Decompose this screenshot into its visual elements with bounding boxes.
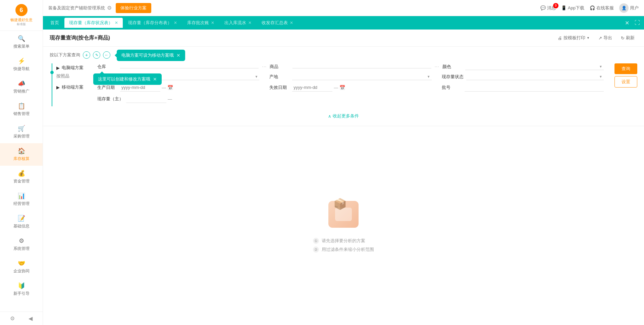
message-badge: 9 xyxy=(553,3,558,8)
flash-icon: ⚡ xyxy=(18,57,25,65)
warehouse-dots[interactable]: ··· xyxy=(262,64,266,70)
tab-inventory-status-label: 现存量（库存状况表） xyxy=(69,20,113,26)
sidebar-item-label: 经营管理 xyxy=(13,201,30,207)
sidebar-item-quick-nav[interactable]: ⚡ 快捷导航 xyxy=(0,53,43,76)
filter-row-4: 现存量（主） — xyxy=(97,95,604,103)
tab-batch-ledger[interactable]: 库存批次账 ✕ xyxy=(182,18,219,28)
warehouse-select[interactable] xyxy=(120,65,259,68)
print-label: 按模板打印 xyxy=(564,35,585,41)
tab-inventory-status-close[interactable]: ✕ xyxy=(115,20,118,25)
tab-inventory-status[interactable]: 现存量（库存状况表） ✕ xyxy=(64,18,123,28)
reset-btn[interactable]: 设置 xyxy=(614,76,637,88)
sidebar-item-system[interactable]: ⚙ 系统管理 xyxy=(0,233,43,256)
sidebar-item-inventory[interactable]: 🏠 库存核算 xyxy=(0,143,43,166)
sidebar-item-purchase[interactable]: 🛒 采购管理 xyxy=(0,121,43,143)
system-name: 装备及固定资产辅助管理系统 xyxy=(48,5,105,11)
print-icon: 🖨 xyxy=(558,36,562,41)
filter-row-3: 生产日期 — 📅 失效日期 — 📅 批号 xyxy=(97,84,604,92)
color-select[interactable]: ▼ xyxy=(465,63,604,70)
tab-batch-ledger-close[interactable]: ✕ xyxy=(211,20,214,25)
collapse-btn[interactable]: ∧ 收起更多条件 xyxy=(50,110,637,121)
production-date-calendar-icon[interactable]: 📅 xyxy=(167,85,173,90)
collapse-sidebar-icon[interactable]: ◀ xyxy=(29,315,33,322)
expand-tabs-icon[interactable]: ⛶ xyxy=(633,18,641,28)
desktop-scheme-arrow: ▶ xyxy=(56,65,60,70)
trial-btn[interactable]: 体验行业方案 xyxy=(116,3,151,13)
filter-header: 按以下方案查询 + ✎ ← 电脑方案可设为移动方案哦 ✕ xyxy=(50,51,637,59)
sidebar-item-marketing[interactable]: 📣 营销推广 xyxy=(0,76,43,98)
settings-footer-icon[interactable]: ⚙ xyxy=(10,315,15,322)
size-dropdown-icon: ▼ xyxy=(255,75,258,78)
mobile-scheme-label: 移动端方案 xyxy=(62,84,84,90)
product-select[interactable] xyxy=(292,65,431,68)
export-label: 导出 xyxy=(603,35,612,41)
topbar-right: 💬 消息 9 📱 App下载 🎧 在线客服 👤 用户 xyxy=(540,3,639,13)
sidebar-item-operations[interactable]: 📊 经营管理 xyxy=(0,188,43,211)
tooltip1-close-btn[interactable]: ✕ xyxy=(176,53,180,58)
topbar-settings-icon[interactable]: ⚙ xyxy=(107,5,112,11)
refresh-label: 刷新 xyxy=(626,35,635,41)
filter-edit-btn[interactable]: ✎ xyxy=(93,51,100,59)
sidebar-item-enterprise[interactable]: 🤝 企业协同 xyxy=(0,256,43,278)
app-download-item[interactable]: 📱 App下载 xyxy=(561,5,584,11)
tabs-actions: ✕ ⛶ xyxy=(624,18,641,28)
tooltip1-text: 电脑方案可设为移动方案哦 xyxy=(121,52,174,58)
logo-icon: 6 xyxy=(15,4,28,16)
online-service-item[interactable]: 🎧 在线客服 xyxy=(590,5,614,11)
marketing-icon: 📣 xyxy=(18,80,25,87)
app-download-label: App下载 xyxy=(568,5,584,11)
app-badge: 标准版 xyxy=(17,22,26,26)
tab-receive-send-label: 收发存汇总表 xyxy=(262,20,288,26)
message-item[interactable]: 💬 消息 9 xyxy=(540,5,556,11)
tab-inout-flow[interactable]: 出入库流水 ✕ xyxy=(220,18,256,28)
tooltip-create-scheme: 这里可以创建和修改方案哦 ✕ xyxy=(93,73,162,85)
sidebar-item-label: 销售管理 xyxy=(13,111,30,117)
print-btn[interactable]: 🖨 按模板打印 ▼ xyxy=(555,34,592,42)
sidebar-item-search[interactable]: 🔍 搜索菜单 xyxy=(0,31,43,53)
user-label: 用户 xyxy=(630,5,639,11)
tab-receive-send-close[interactable]: ✕ xyxy=(290,20,293,25)
tab-home[interactable]: 首页 xyxy=(46,18,64,28)
empty-tips: ① 请先选择要分析的方案 ② 用过滤条件来缩小分析范围 xyxy=(313,236,374,254)
batch-input[interactable] xyxy=(465,84,604,92)
product-dots[interactable]: ··· xyxy=(435,64,439,70)
service-icon: 🎧 xyxy=(590,5,595,10)
query-btn[interactable]: 查询 xyxy=(614,63,637,74)
logo-area: 6 畅捷通好生意 标准版 xyxy=(0,0,43,31)
stock-qty-min[interactable] xyxy=(126,95,166,103)
scheme-group-mobile-header[interactable]: ▶ 移动端方案 xyxy=(50,83,93,92)
tooltip2-close-btn[interactable]: ✕ xyxy=(153,76,157,82)
stock-status-dropdown-icon: ▼ xyxy=(599,75,602,78)
sidebar-item-base-info[interactable]: 📝 基础信息 xyxy=(0,211,43,233)
tab-receive-send[interactable]: 收发存汇总表 ✕ xyxy=(257,18,298,28)
origin-select[interactable]: ▼ xyxy=(292,73,431,80)
sidebar-item-label: 采购管理 xyxy=(13,133,30,139)
sidebar-item-label: 资金管理 xyxy=(13,178,30,184)
tab-inventory-dist-close[interactable]: ✕ xyxy=(174,20,177,25)
sales-icon: 📋 xyxy=(18,102,25,110)
finance-icon: 💰 xyxy=(18,170,25,177)
expiry-date-start[interactable] xyxy=(292,84,332,92)
user-area[interactable]: 👤 用户 xyxy=(619,3,639,13)
refresh-btn[interactable]: ↻ 刷新 xyxy=(618,34,637,42)
scheme-item-product[interactable]: 按照品 xyxy=(50,72,93,80)
scheme-group-desktop-header[interactable]: ▶ 电脑端方案 xyxy=(50,63,93,72)
page-title: 现存量查询(按仓库+商品) xyxy=(50,35,110,42)
tab-inventory-dist[interactable]: 现存量（库存分布表） ✕ xyxy=(123,18,182,28)
export-btn[interactable]: ↗ 导出 xyxy=(596,34,615,42)
tip-num-2: ② xyxy=(313,247,319,253)
sidebar-item-sales[interactable]: 📋 销售管理 xyxy=(0,98,43,121)
sidebar-item-finance[interactable]: 💰 资金管理 xyxy=(0,166,43,188)
sidebar-item-guide[interactable]: 🔰 新手引导 xyxy=(0,278,43,301)
sidebar-item-label: 新手引导 xyxy=(13,291,30,296)
stock-status-label: 现存量状态 xyxy=(442,74,464,80)
enterprise-icon: 🤝 xyxy=(18,260,25,267)
expiry-date-calendar-icon[interactable]: 📅 xyxy=(339,85,345,90)
close-all-tabs-icon[interactable]: ✕ xyxy=(624,18,631,28)
filter-add-btn[interactable]: + xyxy=(83,51,90,59)
filter-arrow-btn[interactable]: ← xyxy=(103,51,110,59)
tabs-bar: 首页 现存量（库存状况表） ✕ 现存量（库存分布表） ✕ 库存批次账 ✕ 出入库… xyxy=(43,16,644,30)
tab-inout-flow-close[interactable]: ✕ xyxy=(248,20,252,25)
stock-status-select[interactable]: ▼ xyxy=(466,73,604,80)
tab-home-label: 首页 xyxy=(50,20,59,26)
